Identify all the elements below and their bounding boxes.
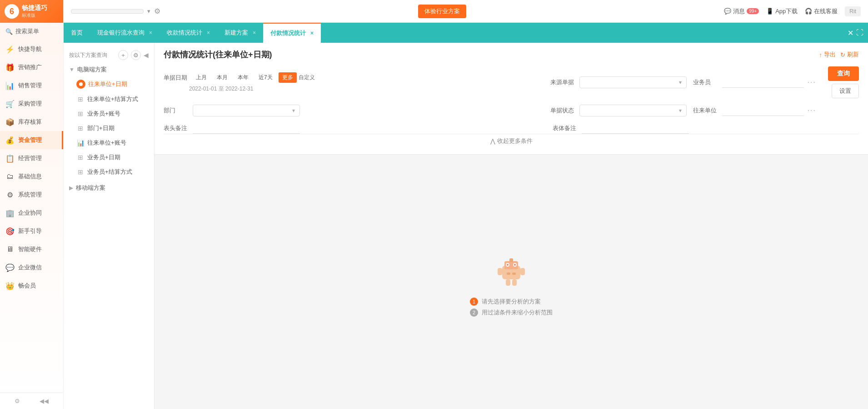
sidebar-header: 6 畅捷通巧 标准版 (0, 0, 63, 23)
sidebar-item-inventory[interactable]: 📦 库存核算 (0, 113, 63, 131)
sidebar-item-member[interactable]: 👑 畅会员 (0, 277, 63, 295)
export-icon: ↑ (819, 51, 823, 58)
scheme-item-salesman-account[interactable]: ⊞ 业务员+账号 (64, 106, 154, 121)
mobile-group-arrow: ▶ (69, 185, 73, 191)
sidebar-item-guide[interactable]: 🎯 新手引导 (0, 222, 63, 240)
scheme-desktop-group-header[interactable]: ▼ 电脑端方案 (64, 63, 154, 76)
tab-new-plan[interactable]: 新建方案 × (217, 23, 263, 43)
svg-rect-7 (509, 258, 513, 262)
scheme-settings-btn[interactable]: ⚙ (131, 50, 141, 60)
scheme-item-salesman-settlement[interactable]: ⊞ 业务员+结算方式 (64, 165, 154, 179)
sidebar-item-quick-nav[interactable]: ⚡ 快捷导航 (0, 40, 63, 58)
sidebar-item-purchase[interactable]: 🛒 采购管理 (0, 95, 63, 113)
tab-home[interactable]: 首页 (64, 23, 90, 43)
scheme-table-icon: ⊞ (76, 95, 85, 103)
empty-tip-1: 1 请先选择要分析的方案 (470, 298, 553, 306)
tab-payments-close[interactable]: × (310, 30, 314, 36)
source-select[interactable]: ▾ (579, 76, 687, 88)
scheme-item-salesman-date[interactable]: ⊞ 业务员+日期 (64, 150, 154, 165)
tab-receipts-close[interactable]: × (207, 30, 210, 36)
date-custom-btn[interactable]: 自定义 (299, 74, 315, 81)
scheme-collapse-btn[interactable]: ◀ (144, 51, 149, 59)
partner-actions[interactable]: ··· (808, 106, 816, 115)
date-btn-this-year[interactable]: 本年 (234, 72, 253, 83)
date-more-btn[interactable]: 更多 (279, 72, 297, 83)
scheme-item-unit-settlement[interactable]: ⊞ 往来单位+结算方式 (64, 92, 154, 106)
topbar-gear-icon[interactable]: ⚙ (154, 7, 160, 15)
sidebar-item-label: 资金管理 (18, 136, 42, 144)
basic-info-icon: 🗂 (5, 172, 15, 181)
sidebar-item-wechat[interactable]: 💬 企业微信 (0, 258, 63, 277)
sidebar-item-label: 经营管理 (18, 154, 42, 162)
tab-receipts[interactable]: 收款情况统计 × (160, 23, 217, 43)
sidebar-search[interactable]: 🔍 搜索菜单 (0, 23, 63, 40)
tab-payments-label: 付款情况统计 (270, 29, 306, 37)
tab-new-plan-close[interactable]: × (253, 30, 256, 36)
online-service-area[interactable]: 🎧 在线客服 (805, 7, 838, 15)
sidebar-item-label: 营销推广 (18, 63, 42, 71)
scheme-item-unit-date[interactable]: 往来单位+日期 (64, 76, 154, 92)
dept-label: 部门 (164, 106, 189, 115)
trial-button[interactable]: 体验行业方案 (418, 5, 466, 18)
refresh-button[interactable]: ↻ 刷新 (840, 50, 859, 59)
scheme-item-unit-account[interactable]: 📊 往来单位+账号 (64, 136, 154, 150)
sidebar-item-sales[interactable]: 📊 销售管理 (0, 76, 63, 95)
body-note-field: 表体备注 (553, 123, 689, 134)
sidebar-item-label: 基础信息 (18, 172, 42, 181)
empty-tips: 1 请先选择要分析的方案 2 用过滤条件来缩小分析范围 (470, 298, 553, 317)
topbar-arrow-icon[interactable]: ▾ (147, 8, 150, 15)
sidebar-item-marketing[interactable]: 🎁 营销推广 (0, 58, 63, 76)
tip1-number: 1 (470, 298, 478, 306)
user-name: Rit (849, 8, 856, 15)
collapse-more-btn[interactable]: ⋀ 收起更多条件 (164, 134, 859, 148)
topbar-left: ▾ ⚙ (71, 7, 160, 15)
scheme-item-active-icon (76, 80, 85, 89)
tab-cash-flow-close[interactable]: × (149, 30, 152, 36)
date-btn-last-month[interactable]: 上月 (192, 72, 211, 83)
scheme-panel: 按以下方案查询 + ⚙ ◀ ▼ 电脑端方案 往来单位+日期 (64, 43, 155, 409)
sidebar-item-finance[interactable]: 💰 资金管理 (0, 131, 63, 149)
app-edition: 标准版 (22, 12, 47, 19)
sidebar-item-enterprise[interactable]: 🏢 企业协同 (0, 204, 63, 222)
scheme-mobile-group[interactable]: ▶ 移动端方案 (64, 181, 154, 195)
tab-maximize-icon[interactable]: ⛶ (856, 29, 863, 37)
header-note-field: 表头备注 (164, 123, 300, 134)
date-btn-7days[interactable]: 近7天 (254, 72, 277, 83)
settings-button[interactable]: 设置 (832, 84, 859, 98)
tab-close-all-icon[interactable]: ✕ (848, 29, 853, 37)
filter-area: 付款情况统计(往来单位+日期) ↑ 导出 ↻ 刷新 (155, 43, 868, 409)
scheme-item-dept-date[interactable]: ⊞ 部门+日期 (64, 121, 154, 136)
source-arrow-icon: ▾ (679, 79, 682, 86)
tab-cash-flow[interactable]: 现金银行流水查询 × (90, 23, 160, 43)
query-button[interactable]: 查询 (828, 66, 859, 81)
guide-icon: 🎯 (5, 227, 15, 236)
scheme-table-icon4: ⊞ (76, 153, 85, 162)
page-title: 付款情况统计(往来单位+日期) (164, 49, 272, 60)
scheme-table-icon5: ⊞ (76, 168, 85, 176)
header-note-input[interactable] (193, 123, 300, 134)
messages-area[interactable]: 💬 消息 99+ (724, 7, 759, 15)
partner-input[interactable] (722, 105, 804, 116)
collapse-sidebar-icon[interactable]: ◀◀ (40, 398, 49, 404)
body-note-input[interactable] (582, 123, 689, 134)
scheme-search-hint: 按以下方案查询 (69, 51, 107, 59)
sidebar-item-smart-hw[interactable]: 🖥 智能硬件 (0, 240, 63, 258)
date-field: 单据日期 上月 本月 本年 近7天 更多 自定义 (164, 72, 315, 93)
app-download-area[interactable]: 📱 App下载 (766, 7, 798, 15)
date-btn-this-month[interactable]: 本月 (213, 72, 232, 83)
dept-select[interactable]: ▾ (193, 105, 300, 116)
user-info[interactable]: Rit (845, 6, 861, 16)
sidebar-item-basic-info[interactable]: 🗂 基础信息 (0, 167, 63, 186)
salesman-input[interactable] (722, 77, 804, 88)
sidebar-item-operations[interactable]: 📋 经营管理 (0, 149, 63, 167)
salesman-actions[interactable]: ··· (808, 78, 816, 86)
settings-bottom-icon[interactable]: ⚙ (15, 398, 20, 404)
voucher-status-select[interactable]: ▾ (579, 105, 687, 116)
scheme-panel-header: 按以下方案查询 + ⚙ ◀ (64, 47, 154, 63)
sidebar-item-system[interactable]: ⚙ 系统管理 (0, 186, 63, 204)
export-button[interactable]: ↑ 导出 (819, 50, 836, 59)
tab-payments[interactable]: 付款情况统计 × (263, 23, 321, 43)
topbar-address[interactable] (71, 9, 144, 14)
app-name: 畅捷通巧 (22, 4, 47, 12)
scheme-add-btn[interactable]: + (118, 50, 128, 60)
